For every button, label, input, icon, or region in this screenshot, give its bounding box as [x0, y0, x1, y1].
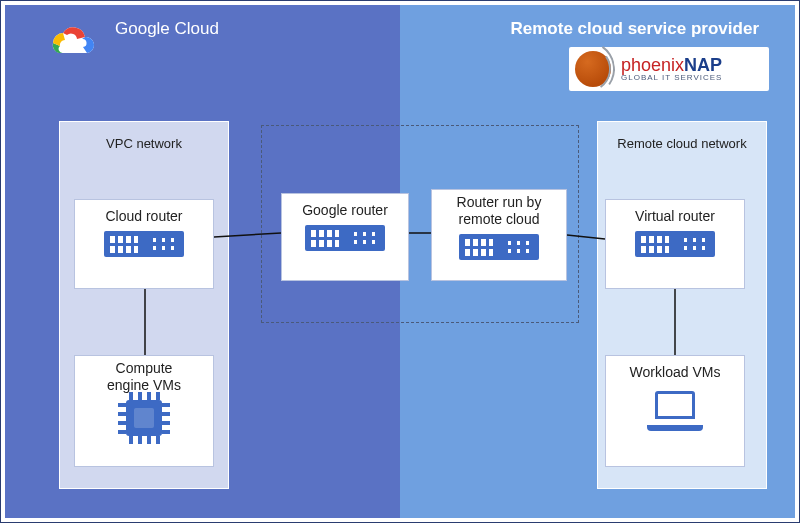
vpc-network-label: VPC network	[60, 136, 228, 151]
left-region-title: Google Cloud	[115, 19, 219, 39]
phoenixnap-text: phoenixNAP GLOBAL IT SERVICES	[621, 56, 722, 82]
diagram-canvas: Google Cloud Remote cloud service provid…	[0, 0, 800, 523]
workload-vms-label: Workload VMs	[610, 364, 740, 381]
cloud-router-node: Cloud router	[74, 199, 214, 289]
google-router-label: Google router	[286, 202, 404, 219]
virtual-router-node: Virtual router	[605, 199, 745, 289]
router-icon	[459, 234, 539, 260]
brand-phoenix: phoenix	[621, 55, 684, 75]
cpu-chip-icon	[126, 400, 162, 436]
globe-icon	[575, 51, 611, 87]
cloud-router-label: Cloud router	[79, 208, 209, 225]
router-icon	[305, 225, 385, 251]
remote-router-label: Router run byremote cloud	[436, 194, 562, 228]
compute-engine-vms-node: Computeengine VMs	[74, 355, 214, 467]
remote-cloud-router-node: Router run byremote cloud	[431, 189, 567, 281]
brand-tagline: GLOBAL IT SERVICES	[621, 74, 722, 82]
virtual-router-label: Virtual router	[610, 208, 740, 225]
right-region-title: Remote cloud service provider	[511, 19, 759, 39]
laptop-icon	[647, 391, 703, 431]
phoenixnap-logo: phoenixNAP GLOBAL IT SERVICES	[569, 47, 769, 91]
google-router-node: Google router	[281, 193, 409, 281]
router-icon	[635, 231, 715, 257]
router-icon	[104, 231, 184, 257]
remote-network-label: Remote cloud network	[598, 136, 766, 151]
brand-nap: NAP	[684, 55, 722, 75]
workload-vms-node: Workload VMs	[605, 355, 745, 467]
google-cloud-logo-icon	[45, 17, 97, 55]
compute-label: Computeengine VMs	[79, 360, 209, 394]
